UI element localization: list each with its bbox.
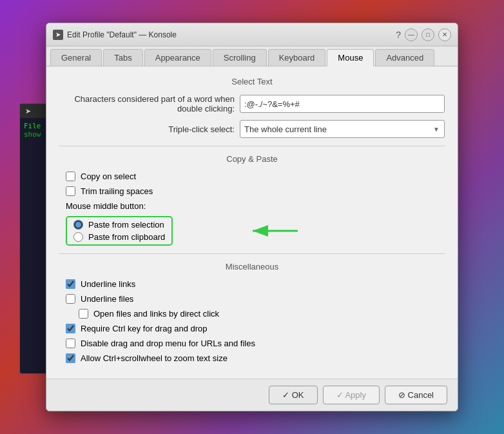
disable-drag-checkbox[interactable] bbox=[66, 339, 75, 348]
require-ctrl-label: Require Ctrl key for drag and drop bbox=[81, 324, 208, 333]
paste-from-selection-label: Paste from selection bbox=[88, 220, 164, 230]
mouse-middle-label-row: Mouse middle button: bbox=[59, 201, 445, 211]
paste-from-clipboard-label: Paste from clipboard bbox=[88, 232, 165, 242]
divider-2 bbox=[59, 253, 445, 254]
tab-keyboard[interactable]: Keyboard bbox=[268, 49, 326, 66]
dialog-title: Edit Profile "Default" — Konsole bbox=[67, 30, 177, 39]
ok-button-label: ✓ OK bbox=[282, 390, 304, 400]
underline-links-row: Underline links bbox=[59, 279, 445, 289]
apply-button[interactable]: ✓ Apply bbox=[323, 386, 380, 404]
tab-tabs[interactable]: Tabs bbox=[103, 49, 142, 66]
cancel-button[interactable]: ⊘ Cancel bbox=[385, 386, 447, 404]
allow-ctrl-scroll-row: Allow Ctrl+scrollwheel to zoom text size bbox=[59, 353, 445, 363]
copy-on-select-row: Copy on select bbox=[59, 172, 445, 181]
copy-on-select-checkbox[interactable] bbox=[66, 172, 75, 181]
trim-trailing-label: Trim trailing spaces bbox=[81, 186, 153, 196]
edit-profile-dialog: ➤ Edit Profile "Default" — Konsole ? — □… bbox=[46, 23, 458, 411]
trim-trailing-checkbox[interactable] bbox=[66, 186, 75, 196]
ok-button[interactable]: ✓ OK bbox=[269, 386, 317, 404]
require-ctrl-row: Require Ctrl key for drag and drop bbox=[59, 324, 445, 333]
characters-label: Characters considered part of a word whe… bbox=[59, 94, 240, 113]
copy-paste-section-title: Copy & Paste bbox=[59, 154, 445, 164]
underline-links-checkbox[interactable] bbox=[66, 279, 75, 289]
underline-files-label: Underline files bbox=[81, 294, 133, 304]
apply-button-label: ✓ Apply bbox=[336, 390, 366, 400]
mouse-middle-label: Mouse middle button: bbox=[66, 201, 146, 211]
minimize-button[interactable]: — bbox=[405, 28, 418, 41]
divider-1 bbox=[59, 146, 445, 146]
characters-input[interactable] bbox=[240, 95, 445, 113]
open-files-row: Open files and links by direct click bbox=[59, 309, 445, 319]
tab-mouse[interactable]: Mouse bbox=[327, 49, 374, 66]
open-files-label: Open files and links by direct click bbox=[93, 309, 219, 319]
paste-from-selection-row: Paste from selection bbox=[73, 220, 165, 230]
underline-files-row: Underline files bbox=[59, 294, 445, 304]
paste-from-clipboard-radio[interactable] bbox=[73, 232, 83, 242]
open-files-checkbox[interactable] bbox=[79, 309, 88, 319]
maximize-button[interactable]: □ bbox=[422, 28, 434, 41]
tab-appearance[interactable]: Appearance bbox=[144, 49, 211, 66]
allow-ctrl-scroll-checkbox[interactable] bbox=[66, 353, 75, 363]
terminal-icon: ➤ bbox=[25, 107, 31, 115]
triple-click-dropdown-wrapper: The whole current line ▼ bbox=[240, 120, 445, 138]
underline-links-label: Underline links bbox=[81, 279, 135, 289]
copy-on-select-label: Copy on select bbox=[81, 172, 136, 181]
tab-scrolling[interactable]: Scrolling bbox=[213, 49, 267, 66]
tab-general[interactable]: General bbox=[50, 49, 102, 66]
triple-click-row: Triple-click select: The whole current l… bbox=[59, 120, 445, 138]
disable-drag-row: Disable drag and drop menu for URLs and … bbox=[59, 339, 445, 348]
triple-click-select[interactable]: The whole current line bbox=[240, 120, 445, 138]
button-bar: ✓ OK ✓ Apply ⊘ Cancel bbox=[46, 379, 458, 411]
titlebar: ➤ Edit Profile "Default" — Konsole ? — □… bbox=[46, 23, 458, 46]
dialog-content: Select Text Characters considered part o… bbox=[46, 66, 458, 379]
app-icon: ➤ bbox=[53, 30, 63, 40]
terminal-arrow-icon: ➤ bbox=[55, 31, 61, 38]
titlebar-left: ➤ Edit Profile "Default" — Konsole bbox=[53, 30, 177, 40]
green-arrow-icon bbox=[246, 218, 304, 244]
triple-click-label: Triple-click select: bbox=[59, 124, 240, 134]
cancel-button-label: ⊘ Cancel bbox=[398, 390, 434, 400]
underline-files-checkbox[interactable] bbox=[66, 294, 75, 304]
radio-group-wrapper: Paste from selection Paste from clipboar… bbox=[59, 216, 445, 246]
trim-trailing-row: Trim trailing spaces bbox=[59, 186, 445, 196]
tabs-bar: General Tabs Appearance Scrolling Keyboa… bbox=[46, 46, 458, 66]
paste-from-selection-radio[interactable] bbox=[73, 220, 83, 230]
radio-group-box: Paste from selection Paste from clipboar… bbox=[66, 216, 173, 246]
select-text-section-title: Select Text bbox=[59, 77, 445, 86]
characters-row: Characters considered part of a word whe… bbox=[59, 94, 445, 113]
window-controls: ? — □ ✕ bbox=[396, 28, 451, 41]
miscellaneous-section-title: Miscellaneous bbox=[59, 262, 445, 271]
disable-drag-label: Disable drag and drop menu for URLs and … bbox=[81, 339, 255, 348]
close-button[interactable]: ✕ bbox=[438, 28, 451, 41]
help-icon[interactable]: ? bbox=[396, 30, 401, 40]
paste-from-clipboard-row: Paste from clipboard bbox=[73, 232, 165, 242]
require-ctrl-checkbox[interactable] bbox=[66, 324, 75, 333]
allow-ctrl-scroll-label: Allow Ctrl+scrollwheel to zoom text size bbox=[81, 353, 228, 363]
tab-advanced[interactable]: Advanced bbox=[375, 49, 434, 66]
